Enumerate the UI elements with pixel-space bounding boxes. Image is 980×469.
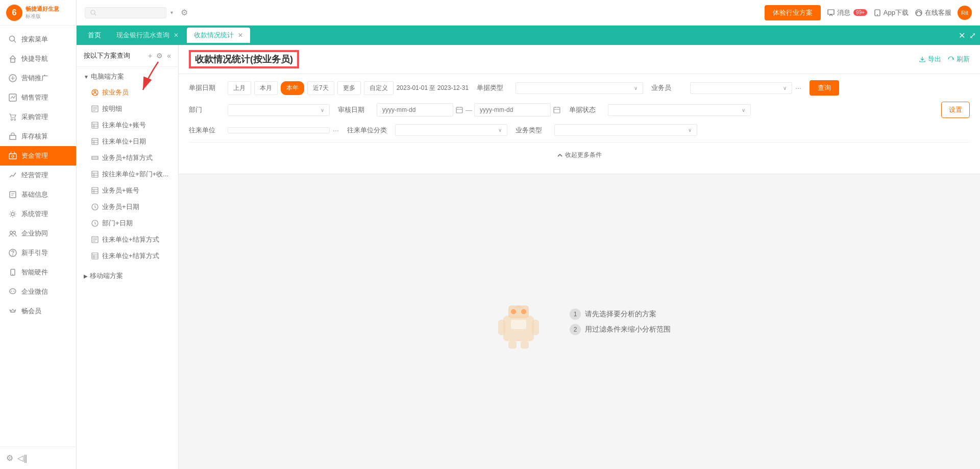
review-date-end[interactable] <box>474 103 551 116</box>
topbar-left: ▾ ⚙ <box>85 6 191 20</box>
detail-scheme-icon <box>91 105 99 113</box>
scheme-item-by-detail[interactable]: 按明细 <box>77 101 178 117</box>
business-type-select[interactable]: ∨ <box>554 124 697 136</box>
date-btn-more[interactable]: 更多 <box>337 81 361 95</box>
scheme-item-counterparty-account[interactable]: 往来单位+账号 <box>77 117 178 133</box>
topbar-gear-icon[interactable]: ⚙ <box>177 6 191 20</box>
scheme-item-counterparty-settlement2[interactable]: 往来单位+结算方式 <box>77 248 178 264</box>
date-btn-custom[interactable]: 自定义 <box>364 81 394 95</box>
svg-point-20 <box>14 291 15 292</box>
scheme-item-salesperson-account[interactable]: 业务员+账号 <box>77 182 178 199</box>
scheme-item-counterparty-settlement1[interactable]: 往来单位+结算方式 <box>77 231 178 248</box>
export-label: 导出 <box>928 55 941 64</box>
sidebar-label: 企业微信 <box>21 287 48 296</box>
dept-arrow: ∨ <box>321 107 324 113</box>
refresh-label: 刷新 <box>957 55 970 64</box>
date-btn-last-month[interactable]: 上月 <box>228 81 251 95</box>
svg-point-17 <box>12 274 13 275</box>
tab-collection-stat-close[interactable]: ✕ <box>238 32 243 39</box>
collapse-icon <box>557 152 563 158</box>
app-download-btn[interactable]: App下载 <box>873 8 909 17</box>
app-logo: 6 畅捷通好生意 标准版 <box>0 0 76 26</box>
department-select[interactable]: ∨ <box>228 104 330 116</box>
logo-icon: 6 <box>6 5 22 21</box>
counterparty-type-select[interactable]: ∨ <box>395 124 507 136</box>
scheme-group-mobile-header[interactable]: ▶ 移动端方案 <box>77 268 178 284</box>
sidebar-item-sales[interactable]: 销售管理 <box>0 88 76 107</box>
salesperson-dots[interactable]: ··· <box>795 84 801 92</box>
scheme-settings-icon[interactable]: ⚙ <box>156 52 163 60</box>
scheme-item-counterparty-dept-collect[interactable]: 按往来单位+部门+收... <box>77 166 178 182</box>
basic-info-icon <box>8 190 17 199</box>
review-date-start[interactable] <box>377 103 453 116</box>
query-btn[interactable]: 查询 <box>810 80 839 96</box>
sidebar-item-search-menu[interactable]: 搜索菜单 <box>0 30 76 49</box>
scheme-item-counterparty-date[interactable]: 往来单位+日期 <box>77 133 178 150</box>
scheme-item-salesperson-date[interactable]: 业务员+日期 <box>77 199 178 215</box>
sidebar-item-enterprise-wechat[interactable]: 企业微信 <box>0 282 76 301</box>
topbar-dropdown-arrow[interactable]: ▾ <box>170 10 173 15</box>
tab-bank-flow-close[interactable]: ✕ <box>174 32 179 39</box>
sidebar-item-finance[interactable]: 资金管理 <box>0 146 76 166</box>
empty-robot-illustration <box>488 290 549 353</box>
scheme-label: 往来单位+结算方式 <box>102 251 159 261</box>
scheme-item-dept-date[interactable]: 部门+日期 <box>77 215 178 231</box>
calendar-icon-end[interactable] <box>553 106 561 114</box>
counterparty-select[interactable] <box>228 127 330 133</box>
tab-maximize-icon[interactable]: ⤢ <box>969 31 976 40</box>
tab-bank-flow[interactable]: 现金银行流水查询 ✕ <box>109 28 186 43</box>
date-btn-this-month[interactable]: 本月 <box>254 81 278 95</box>
tabbar: 首页 现金银行流水查询 ✕ 收款情况统计 ✕ ✕ ⤢ <box>77 26 980 45</box>
svg-rect-47 <box>532 320 539 335</box>
svg-point-9 <box>12 155 14 157</box>
sidebar-item-beginner[interactable]: 新手引导 <box>0 243 76 263</box>
date-btn-this-year[interactable]: 本年 <box>281 81 304 95</box>
collapse-filter-icon[interactable]: « <box>167 52 171 60</box>
tab-home[interactable]: 首页 <box>81 28 108 43</box>
svg-rect-33 <box>92 171 98 177</box>
sidebar-item-marketing[interactable]: 营销推广 <box>0 68 76 88</box>
scheme-item-salesperson-settlement[interactable]: 业务员+结算方式 <box>77 150 178 166</box>
calendar-icon-start[interactable] <box>455 106 463 114</box>
sidebar-item-purchase[interactable]: 采购管理 <box>0 107 76 127</box>
add-scheme-icon[interactable]: + <box>148 52 152 60</box>
sidebar-item-basic-info[interactable]: 基础信息 <box>0 185 76 204</box>
collapse-sidebar-icon[interactable]: ◁‖ <box>17 453 28 463</box>
settings-bottom-icon[interactable]: ⚙ <box>6 453 13 463</box>
sidebar-item-inventory[interactable]: 库存核算 <box>0 127 76 146</box>
sidebar-item-operations[interactable]: 经营管理 <box>0 166 76 185</box>
tab-close-all-icon[interactable]: ✕ <box>959 31 965 40</box>
sidebar-item-quick-nav[interactable]: 快捷导航 <box>0 49 76 68</box>
date-btn-7days[interactable]: 近7天 <box>307 81 334 95</box>
settings-btn[interactable]: 设置 <box>941 102 970 118</box>
scheme-item-by-salesperson[interactable]: 按业务员 <box>77 84 178 101</box>
topbar-search[interactable] <box>85 7 166 18</box>
finance-icon <box>8 151 17 160</box>
svg-point-21 <box>91 10 95 14</box>
trial-btn[interactable]: 体验行业方案 <box>765 5 821 20</box>
sidebar-item-system[interactable]: 系统管理 <box>0 204 76 224</box>
scheme-group-desktop-header[interactable]: ▼ 电脑端方案 <box>77 69 178 84</box>
messages-badge: 99+ <box>853 9 867 16</box>
messages-btn[interactable]: 消息 99+ <box>827 8 867 17</box>
voucher-type-select[interactable]: ∨ <box>516 82 643 94</box>
salesperson-select[interactable]: ∨ <box>690 82 792 94</box>
collapse-btn[interactable]: 收起更多条件 <box>553 147 606 163</box>
sidebar-item-enterprise[interactable]: 企业协同 <box>0 224 76 243</box>
topbar: ▾ ⚙ 体验行业方案 消息 99+ App下载 在线客服 Rit <box>77 0 980 26</box>
filter-row-3: 往来单位 ··· 往来单位分类 ∨ 业务类型 <box>189 124 970 136</box>
tab-collection-stat[interactable]: 收款情况统计 ✕ <box>187 28 250 43</box>
sidebar-item-vip[interactable]: 畅会员 <box>0 301 76 321</box>
counterparty-dots[interactable]: ··· <box>333 126 339 134</box>
svg-point-13 <box>13 231 16 234</box>
voucher-status-select[interactable]: ∨ <box>608 104 751 116</box>
online-service-btn[interactable]: 在线客服 <box>915 8 951 17</box>
user-avatar[interactable]: Rit <box>958 6 972 20</box>
search-icon <box>8 35 17 44</box>
sidebar-item-smart-hw[interactable]: 智能硬件 <box>0 263 76 282</box>
export-btn[interactable]: 导出 <box>919 55 941 64</box>
inventory-icon <box>8 132 17 141</box>
filter-date-group: 上月 本月 本年 近7天 更多 自定义 2023-01-01 至 2023-12… <box>228 81 469 95</box>
sidebar-label: 新手引导 <box>21 248 48 257</box>
refresh-btn[interactable]: 刷新 <box>947 55 970 64</box>
